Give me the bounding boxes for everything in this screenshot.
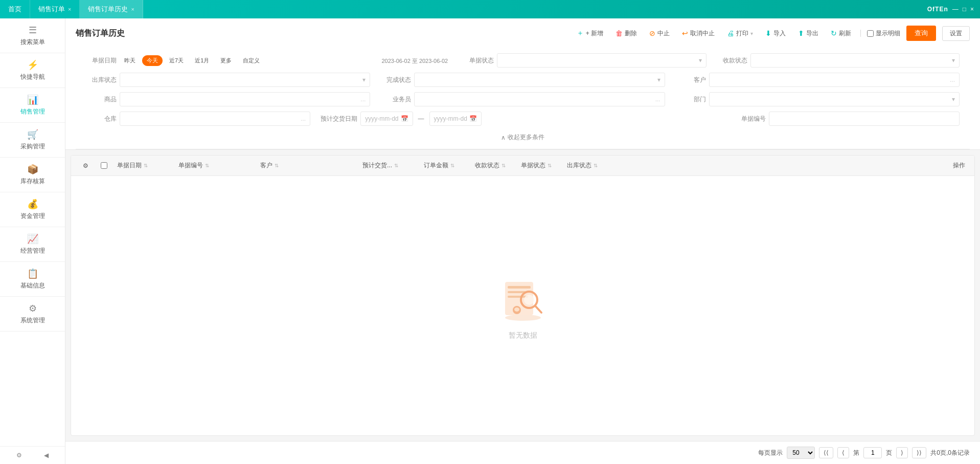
display-detail-checkbox[interactable]	[867, 30, 874, 37]
filter-date: 单据日期 昨天 今天 近7天 近1月 更多 自定义	[86, 55, 378, 66]
col-delivery-label: 预计交货...	[362, 161, 392, 170]
select-all-checkbox[interactable]	[101, 162, 107, 169]
salesperson-input[interactable]: ...	[414, 92, 665, 106]
content-area: 销售订单历史 ＋ + 新增 🗑 删除 ⊘ 中止 ↩	[65, 18, 980, 464]
filter-customer: 客户 ...	[675, 73, 960, 87]
refresh-icon: ↻	[831, 29, 837, 37]
warehouse-input[interactable]: ...	[120, 112, 310, 126]
sidebar-collapse-icon[interactable]: ◀	[44, 452, 49, 459]
col-bill-status-label: 单据状态	[521, 161, 545, 170]
settings-col-icon: ⚙	[83, 162, 88, 169]
complete-status-select[interactable]: ▾	[414, 73, 665, 87]
col-receipt-status[interactable]: 收款状态 ⇅	[471, 161, 517, 170]
first-page-btn[interactable]: ⟨⟨	[819, 447, 833, 458]
prev-page-btn[interactable]: ⟨	[837, 447, 849, 458]
date-more-btn[interactable]: 更多	[216, 55, 236, 66]
product-input[interactable]: ...	[120, 92, 370, 106]
sidebar-item-finance[interactable]: 💰 资金管理	[0, 192, 65, 227]
delete-button[interactable]: 🗑 删除	[612, 27, 640, 40]
filter-complete-status: 完成状态 ▾	[380, 73, 665, 87]
filter-row-3: 商品 ... 业务员 ... 部门	[86, 92, 960, 106]
delivery-date-from[interactable]: yyyy-mm-dd 📅	[360, 112, 413, 126]
topbar-minimize[interactable]: —	[952, 6, 959, 13]
refresh-button[interactable]: ↻ 刷新	[828, 27, 854, 40]
date-1month-btn[interactable]: 近1月	[190, 55, 214, 66]
last-page-btn[interactable]: ⟩⟩	[912, 447, 926, 458]
sidebar-item-search-menu-label: 搜索菜单	[20, 38, 45, 47]
sidebar-item-quick-nav[interactable]: ⚡ 快捷导航	[0, 53, 65, 88]
col-operation-label: 操作	[953, 161, 965, 170]
date-today-btn[interactable]: 今天	[142, 55, 163, 66]
col-customer[interactable]: 客户 ⇅	[256, 161, 358, 170]
customer-input[interactable]: ...	[709, 73, 960, 87]
import-button[interactable]: ⬇ 导入	[762, 27, 789, 40]
sidebar-settings-icon[interactable]: ⚙	[16, 452, 22, 459]
delivery-date-to[interactable]: yyyy-mm-dd 📅	[429, 112, 482, 126]
col-number[interactable]: 单据编号 ⇅	[174, 161, 256, 170]
tab-home-label: 首页	[8, 5, 21, 14]
receipt-status-select[interactable]: ▾	[750, 53, 960, 68]
tab-sales-order-label: 销售订单	[38, 5, 65, 14]
print-button[interactable]: 🖨 打印 ▾	[724, 27, 756, 40]
stock-out-select[interactable]: ▾	[120, 73, 370, 87]
col-date[interactable]: 单据日期 ⇅	[113, 161, 174, 170]
col-amount[interactable]: 订单金额 ⇅	[420, 161, 471, 170]
search-button[interactable]: 查询	[906, 26, 936, 41]
total-label: 共0页,0条记录	[930, 449, 970, 457]
complete-status-arrow: ▾	[657, 76, 660, 83]
tab-sales-history[interactable]: 销售订单历史 ×	[80, 0, 143, 18]
tab-home[interactable]: 首页	[0, 0, 30, 18]
next-page-btn[interactable]: ⟩	[896, 447, 908, 458]
calendar-icon-to: 📅	[469, 115, 477, 122]
dept-select[interactable]: ▾	[709, 92, 960, 106]
collapse-row[interactable]: ∧ 收起更多条件	[86, 131, 960, 144]
sidebar-item-ops-mgmt[interactable]: 📈 经营管理	[0, 227, 65, 262]
bill-number-input[interactable]	[769, 112, 960, 126]
tab-sales-order-close[interactable]: ×	[68, 6, 71, 12]
col-stock-status[interactable]: 出库状态 ⇅	[563, 161, 609, 170]
col-checkbox[interactable]	[95, 162, 113, 169]
sales-mgmt-icon: 📊	[27, 94, 38, 105]
date-custom-btn[interactable]: 自定义	[238, 55, 264, 66]
topbar-maximize[interactable]: □	[963, 6, 966, 13]
ops-mgmt-icon: 📈	[27, 233, 38, 245]
bill-status-select[interactable]: ▾	[497, 53, 706, 68]
table-header: ⚙ 单据日期 ⇅ 单据编号 ⇅ 客户 ⇅ 预计交货...	[71, 156, 974, 176]
col-date-sort: ⇅	[144, 163, 148, 168]
dept-arrow: ▾	[952, 96, 955, 103]
settings-button[interactable]: 设置	[942, 26, 970, 41]
date-range-text: 2023-06-02 至 2023-06-02	[382, 57, 448, 65]
col-settings[interactable]: ⚙	[76, 162, 95, 169]
svg-point-0	[505, 315, 541, 321]
cancel-stop-button[interactable]: ↩ 取消中止	[679, 27, 718, 40]
stop-button[interactable]: ⊘ 中止	[646, 27, 673, 40]
stock-out-arrow: ▾	[362, 76, 366, 83]
sidebar-item-search-menu[interactable]: ☰ 搜索菜单	[0, 18, 65, 53]
customer-dots: ...	[950, 76, 955, 83]
date-yesterday-btn[interactable]: 昨天	[120, 55, 140, 66]
page-input[interactable]: 1	[863, 447, 882, 458]
sidebar-item-purchase-mgmt[interactable]: 🛒 采购管理	[0, 123, 65, 158]
filter-row-2: 出库状态 ▾ 完成状态 ▾ 客户	[86, 73, 960, 87]
col-amount-sort: ⇅	[450, 163, 454, 168]
col-bill-status[interactable]: 单据状态 ⇅	[517, 161, 563, 170]
search-menu-icon: ☰	[29, 25, 37, 36]
sidebar-item-sales-mgmt[interactable]: 📊 销售管理	[0, 88, 65, 123]
display-detail-checkbox-label[interactable]: 显示明细	[867, 29, 900, 38]
sidebar-item-sys-mgmt[interactable]: ⚙ 系统管理	[0, 297, 65, 332]
topbar-close[interactable]: ×	[970, 6, 974, 13]
col-delivery[interactable]: 预计交货... ⇅	[358, 161, 420, 170]
filter-row-1: 单据日期 昨天 今天 近7天 近1月 更多 自定义	[86, 53, 960, 68]
new-button[interactable]: ＋ + 新增	[574, 27, 606, 40]
tab-sales-order[interactable]: 销售订单 ×	[30, 0, 80, 18]
sidebar-item-basic-info[interactable]: 📋 基础信息	[0, 262, 65, 297]
filter-warehouse: 仓库 ...	[86, 112, 310, 126]
purchase-mgmt-icon: 🛒	[27, 129, 38, 140]
salesperson-label: 业务员	[380, 95, 411, 104]
sidebar-item-inventory[interactable]: 📦 库存核算	[0, 158, 65, 192]
date-7days-btn[interactable]: 近7天	[165, 55, 188, 66]
export-button[interactable]: ⬆ 导出	[795, 27, 822, 40]
empty-illustration	[492, 272, 554, 323]
per-page-select[interactable]: 50 10 20 100	[787, 447, 815, 459]
tab-sales-history-close[interactable]: ×	[131, 6, 134, 12]
